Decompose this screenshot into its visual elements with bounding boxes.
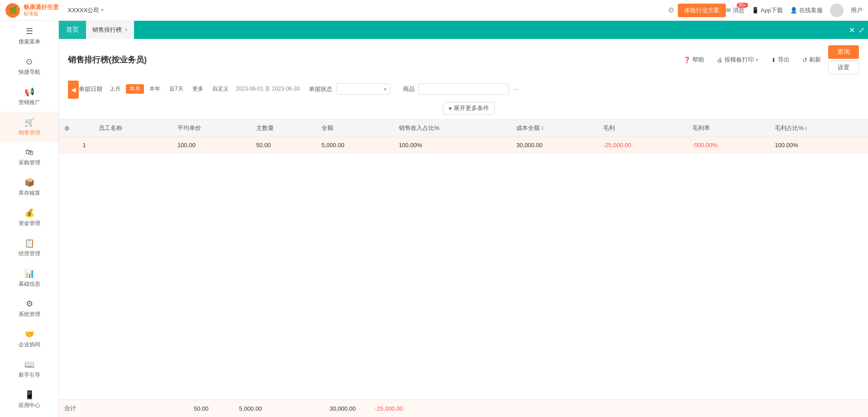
sidebar-item-enterprise[interactable]: 🤝 企业协同 bbox=[0, 324, 58, 354]
col-quantity: 主数量 bbox=[251, 120, 316, 137]
footer-label: 合计 bbox=[64, 404, 76, 412]
date-buttons: 上月 本月 本年 近7天 更多 自定义 bbox=[106, 84, 232, 94]
sidebar-item-shortcut[interactable]: ⊙ 快捷导航 bbox=[0, 51, 58, 81]
finance-icon: 💰 bbox=[24, 208, 34, 218]
sidebar-item-marketing[interactable]: 📢 营销推广 bbox=[0, 81, 58, 112]
tab-close-icon[interactable]: × bbox=[125, 27, 128, 33]
page-content: 销售排行榜(按业务员) ❓ 帮助 🖨 按模板打印 bbox=[59, 39, 868, 417]
sidebar-label-search: 搜索菜单 bbox=[19, 38, 40, 46]
sidebar-item-operations[interactable]: 📋 经营管理 bbox=[0, 233, 58, 263]
date-btn-7days[interactable]: 近7天 bbox=[166, 84, 187, 94]
sidebar-item-appcenter[interactable]: 📱 应用中心 bbox=[0, 384, 58, 415]
sidebar-label-system: 系统管理 bbox=[19, 311, 40, 318]
grosspct-info-icon[interactable]: ℹ bbox=[805, 125, 807, 131]
export-btn[interactable]: ⬇ 导出 bbox=[767, 54, 793, 66]
help-btn[interactable]: ❓ 帮助 bbox=[680, 54, 708, 66]
app-download-btn[interactable]: 📱 App下载 bbox=[752, 6, 783, 14]
sidebar-label-enterprise: 企业协同 bbox=[19, 341, 40, 349]
app-sub: 标准版 bbox=[24, 11, 59, 17]
company-dropdown-icon: ▾ bbox=[101, 7, 104, 13]
col-sales-pct: 销售收入占比% bbox=[393, 120, 511, 137]
refresh-icon: ↺ bbox=[802, 57, 807, 63]
app-download-label: App下载 bbox=[761, 6, 783, 14]
inventory-icon: 📦 bbox=[24, 177, 34, 187]
date-btn-lastmonth[interactable]: 上月 bbox=[106, 84, 124, 94]
expand-more-btn[interactable]: ▾ 展开更多条件 bbox=[443, 102, 495, 115]
date-btn-more[interactable]: 更多 bbox=[189, 84, 207, 94]
sidebar-item-guide[interactable]: 📖 新手引导 bbox=[0, 354, 58, 384]
goods-input[interactable] bbox=[418, 83, 509, 95]
settings-button[interactable]: 设置 bbox=[828, 61, 859, 74]
sidebar-label-operations: 经营管理 bbox=[19, 250, 40, 258]
online-service-btn[interactable]: 👤 在线客服 bbox=[790, 6, 823, 14]
page-header: 销售排行榜(按业务员) ❓ 帮助 🖨 按模板打印 bbox=[59, 39, 868, 120]
avatar[interactable] bbox=[830, 4, 844, 17]
enterprise-icon: 🤝 bbox=[24, 329, 34, 339]
status-select[interactable] bbox=[336, 83, 390, 95]
date-filter-label: 单据日期 bbox=[79, 85, 102, 93]
home-tab-label: 首页 bbox=[66, 26, 79, 34]
message-icon: ✉ bbox=[726, 7, 731, 14]
print-btn[interactable]: 🖨 按模板打印 ▾ bbox=[713, 54, 762, 66]
date-btn-thisyear[interactable]: 本年 bbox=[146, 84, 164, 94]
tab-close-window-icon[interactable]: ✕ bbox=[849, 26, 855, 34]
filter-status-group: 单据状态 bbox=[309, 83, 394, 95]
cell-avg-price: 100.00 bbox=[172, 137, 251, 153]
cell-sales-pct: 100.00% bbox=[393, 137, 511, 153]
col-settings[interactable]: ⚙ bbox=[59, 120, 75, 137]
sidebar-item-sales[interactable]: 🛒 销售管理 bbox=[0, 112, 58, 142]
table-wrap: ⚙ 员工名称 平均单价 主数量 全额 销售收入占比% 成本全额 ℹ 毛利 毛利率 bbox=[59, 120, 868, 399]
table-footer: 合计 50.00 5,000.00 30,000.00 -25,000.00 bbox=[59, 399, 868, 417]
experience-btn[interactable]: 体验行业方案 bbox=[678, 4, 726, 17]
top-bar: 🌿 畅康通好生意 标准版 XXXXX公司 ▾ ⚙ 体验行业方案 ✉ 消息 99+… bbox=[0, 0, 868, 21]
sidebar-item-basicinfo[interactable]: 📊 基础信息 bbox=[0, 263, 58, 293]
sidebar-item-system[interactable]: ⚙ 系统管理 bbox=[0, 293, 58, 324]
footer-cost: 30,000.00 bbox=[330, 405, 375, 412]
company-name: XXXXX公司 bbox=[68, 6, 99, 14]
col-avg-price: 平均单价 bbox=[172, 120, 251, 137]
goods-filter-label: 商品 bbox=[403, 85, 415, 93]
operations-icon: 📋 bbox=[24, 238, 34, 248]
settings-icon[interactable]: ⚙ bbox=[668, 6, 674, 14]
sidebar-item-search[interactable]: ☰ 搜索菜单 bbox=[0, 21, 58, 51]
company-selector[interactable]: XXXXX公司 ▾ bbox=[64, 6, 666, 14]
filter-date-group: 单据日期 上月 本月 本年 近7天 更多 自定义 2023-06-01 至 20… bbox=[79, 84, 300, 94]
sidebar-item-finance[interactable]: 💰 资金管理 bbox=[0, 202, 58, 233]
refresh-btn[interactable]: ↺ 刷新 bbox=[799, 54, 825, 66]
print-icon: 🖨 bbox=[717, 57, 723, 63]
sidebar-label-finance: 资金管理 bbox=[19, 220, 40, 227]
sidebar-item-wechat[interactable]: 💬 企业微信 bbox=[0, 415, 58, 417]
tab-home[interactable]: 首页 bbox=[59, 21, 86, 39]
app-name: 畅康通好生意 bbox=[24, 4, 59, 11]
tab-expand-icon[interactable]: ⤢ bbox=[858, 26, 864, 34]
goods-more-dots[interactable]: ··· bbox=[513, 85, 518, 93]
tab-sales-ranking[interactable]: 销售排行榜 × bbox=[86, 21, 134, 39]
cell-amount: 5,000.00 bbox=[316, 137, 393, 153]
filter-goods-group: 商品 ··· bbox=[403, 83, 518, 95]
shortcut-icon: ⊙ bbox=[26, 57, 33, 67]
search-icon: ☰ bbox=[26, 26, 33, 36]
sidebar-item-inventory[interactable]: 📦 库存核算 bbox=[0, 172, 58, 202]
expand-down-icon: ▾ bbox=[449, 105, 452, 112]
message-badge: 99+ bbox=[737, 3, 748, 8]
col-amount: 全额 bbox=[316, 120, 393, 137]
cost-info-icon[interactable]: ℹ bbox=[542, 125, 543, 131]
footer-gross: -25,000.00 bbox=[375, 405, 420, 412]
cell-settings bbox=[59, 137, 75, 153]
query-button[interactable]: 查询 bbox=[828, 45, 859, 59]
logo-area: 🌿 畅康通好生意 标准版 bbox=[5, 3, 64, 18]
sidebar-label-appcenter: 应用中心 bbox=[19, 402, 40, 409]
cell-gross-pct: 100.00% bbox=[769, 137, 868, 153]
cell-gross-rate: -500.00% bbox=[687, 137, 769, 153]
status-filter-label: 单据状态 bbox=[309, 85, 332, 93]
page-title-row: 销售排行榜(按业务员) ❓ 帮助 🖨 按模板打印 bbox=[68, 45, 859, 74]
table-row: 1 100.00 50.00 5,000.00 100.00% 30,000.0… bbox=[59, 137, 868, 153]
content-area: 首页 销售排行榜 × ✕ ⤢ 销售排行榜(按业务员) bbox=[59, 21, 868, 417]
collapse-arrow[interactable]: ◀ bbox=[68, 81, 79, 99]
date-btn-thismonth[interactable]: 本月 bbox=[126, 84, 144, 94]
date-btn-custom[interactable]: 自定义 bbox=[209, 84, 232, 94]
sidebar-item-purchase[interactable]: 🛍 采购管理 bbox=[0, 142, 58, 172]
top-bar-right: ✉ 消息 99+ 📱 App下载 👤 在线客服 用户 bbox=[726, 4, 863, 17]
message-btn[interactable]: ✉ 消息 99+ bbox=[726, 6, 744, 14]
logo-icon: 🌿 bbox=[5, 3, 20, 18]
